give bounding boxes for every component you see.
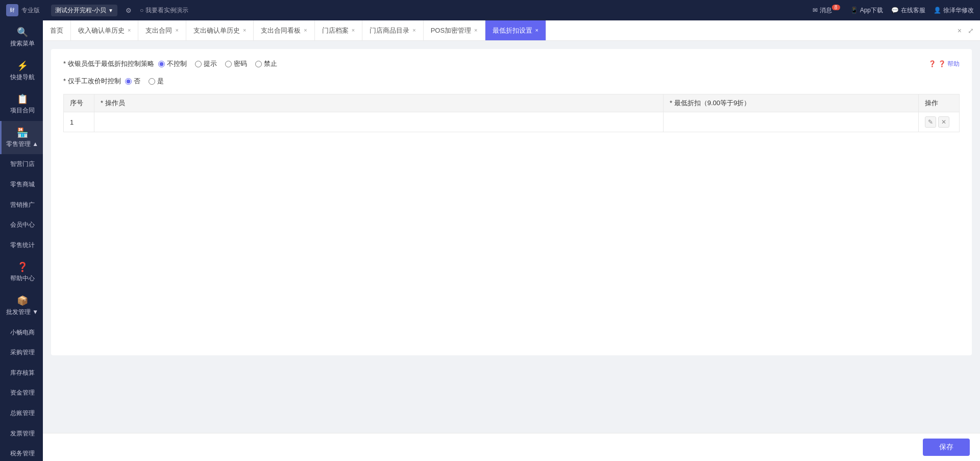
policy-no-control[interactable]: 不控制 (158, 59, 187, 68)
sidebar-item-search-menu[interactable]: 🔍 搜索菜单 (0, 20, 43, 54)
tab-board-close[interactable]: × (304, 28, 307, 33)
delete-btn[interactable]: ✕ (938, 116, 949, 128)
manual-price-label: * 仅手工改价时控制 (63, 77, 121, 86)
sidebar-item-member-center[interactable]: 会员中心 (0, 215, 43, 235)
manual-price-no-radio[interactable] (125, 78, 132, 85)
sidebar: 🔍 搜索菜单 ⚡ 快捷导航 📋 项目合同 🏪 零售管理 ▲ 智营门店 零售商城 … (0, 20, 43, 461)
sidebar-item-inventory[interactable]: 库存核算 (0, 363, 43, 383)
lightning-icon: ⚡ (17, 60, 28, 71)
policy-password-radio[interactable] (225, 61, 232, 67)
tab-payconf-close[interactable]: × (243, 28, 246, 33)
sidebar-item-purchase[interactable]: 采购管理 (0, 343, 43, 363)
manual-price-no-label: 否 (134, 77, 140, 86)
sidebar-item-invoice[interactable]: 发票管理 (0, 424, 43, 444)
help-link[interactable]: ❓ ❓ 帮助 (928, 60, 960, 68)
cell-action: ✎ ✕ (919, 112, 960, 132)
policy-no-control-radio[interactable] (158, 61, 165, 67)
project-selector[interactable]: 测试分开完程-小贝 ▼ (51, 5, 117, 16)
sidebar-item-retail-mgmt[interactable]: 🏪 零售管理 ▲ (0, 121, 43, 155)
cell-operator[interactable] (94, 112, 664, 132)
settings-icon[interactable]: ⚙ (121, 3, 136, 17)
sidebar-item-tax[interactable]: 税务管理 (0, 444, 43, 461)
policy-prompt[interactable]: 提示 (195, 59, 217, 68)
sidebar-item-finance[interactable]: 资金管理 (0, 383, 43, 403)
tab-min-discount[interactable]: 最低折扣设置 × (485, 20, 546, 41)
tab-payment-contract[interactable]: 支出合同 × (138, 20, 186, 41)
manual-price-no[interactable]: 否 (125, 77, 140, 86)
policy-prompt-radio[interactable] (195, 61, 202, 67)
sidebar-label-help: 帮助中心 (10, 275, 35, 283)
tab-discount-close[interactable]: × (535, 28, 538, 33)
tab-storefile-close[interactable]: × (352, 28, 355, 33)
sidebar-label-retail-stats: 零售统计 (10, 241, 35, 250)
sidebar-item-batch-mgmt[interactable]: 📦 批发管理 ▼ (0, 289, 43, 323)
manual-price-yes-radio[interactable] (149, 78, 155, 85)
online-service-btn[interactable]: 💬 在线客服 (891, 6, 925, 15)
tab-home[interactable]: 首页 (43, 20, 71, 41)
table-header-row: 序号 * 操作员 * 最低折扣（9.00等于9折） 操作 (64, 94, 960, 112)
app-logo: 财 (6, 4, 18, 16)
manual-price-yes[interactable]: 是 (149, 77, 164, 86)
tab-discount-label: 最低折扣设置 (493, 26, 532, 35)
policy-forbid[interactable]: 禁止 (255, 59, 277, 68)
store-icon: 🏪 (17, 127, 28, 138)
sidebar-item-retail-stats[interactable]: 零售统计 (0, 235, 43, 256)
tab-store-file[interactable]: 门店档案 × (315, 20, 362, 41)
demo-link[interactable]: ○ 我要看实例演示 (140, 6, 188, 15)
policy-password[interactable]: 密码 (225, 59, 247, 68)
top-bar-right: ✉ 消息 8 📱 App下载 💬 在线客服 👤 徐泽华修改 (813, 6, 974, 15)
tab-payment-confirm-history[interactable]: 支出确认单历史 × (186, 20, 254, 41)
user-menu-btn[interactable]: 👤 徐泽华修改 (934, 6, 974, 15)
cell-discount[interactable] (664, 112, 919, 132)
tab-home-label: 首页 (50, 26, 63, 35)
sidebar-label-tax: 税务管理 (10, 450, 35, 458)
sidebar-item-retail-mall[interactable]: 零售商城 (0, 175, 43, 195)
save-button[interactable]: 保存 (923, 439, 970, 456)
app-download-label: App下载 (860, 6, 883, 15)
tab-store-goods[interactable]: 门店商品目录 × (362, 20, 423, 41)
help-icon: ❓ (17, 261, 28, 273)
tab-pos-label: POS加密管理 (431, 26, 471, 35)
tab-storefile-label: 门店档案 (322, 26, 349, 35)
tab-goods-label: 门店商品目录 (370, 26, 409, 35)
chevron-down-icon: ▼ (108, 8, 113, 13)
logo-area: 财 专业版 (6, 4, 47, 16)
tab-maximize-btn[interactable]: ⤢ (966, 25, 976, 37)
policy-forbid-radio[interactable] (255, 61, 262, 67)
messages-btn[interactable]: ✉ 消息 8 (813, 6, 842, 15)
online-service-label: 在线客服 (901, 6, 925, 15)
edit-btn[interactable]: ✎ (925, 116, 936, 128)
tab-goods-close[interactable]: × (412, 28, 415, 33)
tab-pos-password[interactable]: POS加密管理 × (424, 20, 485, 41)
batch-icon: 📦 (17, 295, 28, 306)
tab-payment-contract-board[interactable]: 支出合同看板 × (254, 20, 314, 41)
tab-income-confirm-history[interactable]: 收入确认单历史 × (71, 20, 138, 41)
sidebar-label-project: 项目合同 (10, 107, 35, 115)
sidebar-label-finance: 资金管理 (10, 389, 35, 397)
sidebar-item-marketing[interactable]: 营销推广 (0, 195, 43, 215)
message-icon: ✉ (813, 7, 818, 14)
help-icon: ❓ (928, 60, 936, 67)
sidebar-item-project-contract[interactable]: 📋 项目合同 (0, 87, 43, 121)
manual-price-radio-group: 否 是 (125, 77, 164, 86)
tab-bar: 首页 收入确认单历史 × 支出合同 × 支出确认单历史 × 支出合同看板 × 门… (43, 20, 980, 41)
user-icon: 👤 (934, 7, 941, 14)
manual-price-yes-label: 是 (157, 77, 164, 86)
tab-payment-close[interactable]: × (175, 28, 178, 33)
sidebar-item-smart-store[interactable]: 智营门店 (0, 154, 43, 175)
download-icon: 📱 (850, 7, 858, 14)
table-row: 1 ✎ ✕ (64, 112, 960, 132)
col-seq-header: 序号 (64, 94, 94, 112)
tab-income-close[interactable]: × (128, 28, 131, 33)
tab-pos-close[interactable]: × (474, 28, 477, 33)
tab-bar-end: × ⤢ (951, 25, 980, 37)
tab-payconf-label: 支出确认单历史 (193, 26, 240, 35)
sidebar-item-ledger[interactable]: 总账管理 (0, 403, 43, 424)
tab-close-btn[interactable]: × (955, 25, 964, 37)
sidebar-item-ecommerce[interactable]: 小畅电商 (0, 323, 43, 343)
sidebar-item-quick-nav[interactable]: ⚡ 快捷导航 (0, 54, 43, 88)
cashier-policy-radio-group: 不控制 提示 密码 禁止 (158, 59, 277, 68)
tab-payment-label: 支出合同 (145, 26, 172, 35)
sidebar-item-help-center[interactable]: ❓ 帮助中心 (0, 255, 43, 289)
app-download-btn[interactable]: 📱 App下载 (850, 6, 883, 15)
